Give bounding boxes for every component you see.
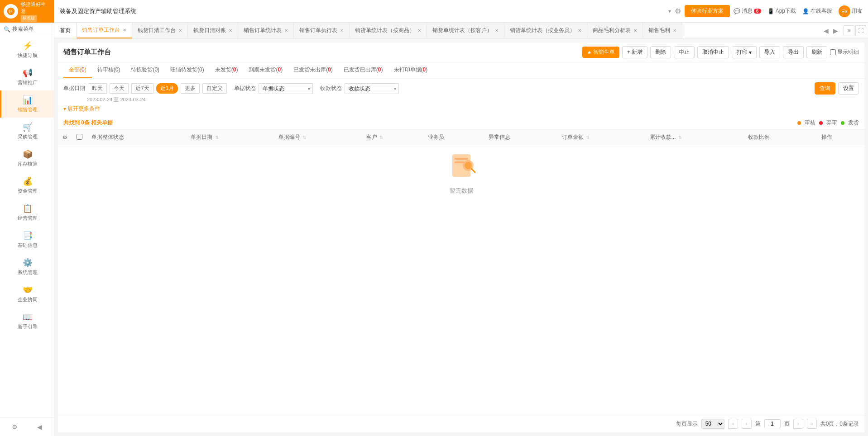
prev-page-btn[interactable]: ‹ (742, 419, 752, 429)
tab-sales-order[interactable]: 销售订单工作台 ✕ (77, 23, 132, 38)
sidebar-item-finance[interactable]: 💰 资金管理 (0, 172, 54, 199)
next-page-btn[interactable]: › (793, 419, 803, 429)
tab-cash-reconcile[interactable]: 钱货日清对账 ✕ (188, 23, 238, 38)
tabs-scroll-right[interactable]: ▶ (831, 26, 840, 35)
tab-maximize[interactable]: ⛶ (855, 25, 866, 36)
sidebar-item-quick-nav[interactable]: ⚡ 快捷导航 (0, 36, 54, 63)
refresh-btn[interactable]: 刷新 (806, 46, 827, 58)
tab-sales-person-close[interactable]: ✕ (578, 28, 581, 33)
sidebar-item-basic-info[interactable]: 📑 基础信息 (0, 226, 54, 253)
tabs-scroll-left[interactable]: ◀ (822, 26, 830, 35)
sidebar-collapse-btn[interactable]: ◀ (35, 422, 44, 432)
sub-tab-shipped-out[interactable]: 已发货已出库(0) (338, 62, 388, 78)
import-btn[interactable]: 导入 (759, 46, 780, 58)
online-service-btn[interactable]: 👤 在线客服 (802, 7, 832, 15)
tab-sales-stats-close[interactable]: ✕ (284, 28, 288, 33)
sales-icon: 📊 (23, 95, 33, 105)
sidebar-settings-btn[interactable]: ⚙ (10, 422, 19, 432)
sub-tab-unshipped[interactable]: 未发货(0) (210, 62, 244, 78)
tab-close-all[interactable]: ✕ (844, 25, 854, 36)
first-page-btn[interactable]: « (728, 419, 738, 429)
cancel-stop-btn[interactable]: 取消中止 (697, 46, 729, 58)
page-input[interactable] (764, 419, 781, 428)
date-custom-btn[interactable]: 自定义 (202, 83, 227, 94)
query-btn[interactable]: 查询 (815, 82, 835, 95)
topbar-right: 💬 消息 6 📱 App下载 👤 在线客服 Ea 用友 (734, 5, 863, 17)
date-today-btn[interactable]: 今天 (110, 83, 129, 94)
tab-sales-profit[interactable]: 销售毛利 ✕ (643, 23, 682, 38)
sidebar-item-guide[interactable]: 📖 新手引导 (0, 308, 54, 335)
sidebar-item-purchase[interactable]: 🛒 采购管理 (0, 118, 54, 145)
print-dropdown-icon: ▾ (749, 49, 752, 56)
tab-sales-exec-close[interactable]: ✕ (340, 28, 344, 33)
message-btn[interactable]: 💬 消息 6 (734, 7, 761, 15)
tab-sales-customer[interactable]: 销货单统计表（按客户） ✕ (427, 23, 504, 38)
ship-action-btn[interactable]: 发货 (848, 119, 859, 127)
th-customer[interactable]: 客户 ⇅ (362, 130, 424, 145)
th-collected[interactable]: 累计收款... ⇅ (645, 130, 744, 145)
table-config-col[interactable]: ⚙ (58, 130, 72, 145)
date-more-btn[interactable]: 更多 (181, 83, 200, 94)
cancel-review-action-btn[interactable]: 弃审 (826, 119, 837, 127)
search-menu[interactable]: 🔍 搜索菜单 (0, 23, 54, 36)
th-date[interactable]: 单据日期 ⇅ (186, 130, 274, 145)
tab-cash-daily[interactable]: 钱货日清工作台 ✕ (132, 23, 188, 38)
per-page-select[interactable]: 50 10 20 100 (701, 419, 724, 429)
tab-margin-close[interactable]: ✕ (633, 28, 637, 33)
sub-tab-shipped-not-out[interactable]: 已发货未出库(0) (288, 62, 338, 78)
expand-filter-btn[interactable]: ▾ 展开更多条件 (63, 105, 859, 113)
date-yesterday-btn[interactable]: 昨天 (88, 83, 107, 94)
search-icon: 🔍 (4, 26, 10, 33)
sub-tab-wangpu-ship[interactable]: 旺铺待发货(0) (165, 62, 210, 78)
delete-btn[interactable]: 删除 (650, 46, 671, 58)
tab-cash-daily-close[interactable]: ✕ (178, 28, 182, 33)
table-scroll-area[interactable]: ⚙ 单据整体状态 单据日期 ⇅ (58, 130, 864, 415)
th-amount[interactable]: 订单金额 ⇅ (557, 130, 645, 145)
sub-tabs: 全部(0) 待审核(0) 待拣验货(0) 旺铺待发货(0) 未发货(0) 到期未… (58, 62, 864, 79)
date-7days-btn[interactable]: 近7天 (131, 83, 153, 94)
tab-sales-exec[interactable]: 销售订单执行表 ✕ (294, 23, 350, 38)
sidebar-item-sales[interactable]: 📊 销售管理 (0, 90, 54, 118)
tab-sales-person[interactable]: 销货单统计表（按业务员） ✕ (504, 23, 587, 38)
app-download-btn[interactable]: 📱 App下载 (767, 7, 796, 15)
tab-cash-reconcile-close[interactable]: ✕ (229, 28, 232, 33)
tab-sales-product-close[interactable]: ✕ (417, 28, 421, 33)
user-menu[interactable]: Ea 用友 (839, 5, 863, 17)
show-detail-checkbox[interactable] (830, 49, 836, 55)
show-detail-label[interactable]: 显示明细 (830, 48, 859, 56)
select-all-checkbox[interactable] (77, 134, 82, 140)
last-page-btn[interactable]: » (807, 419, 817, 429)
settings-btn[interactable]: 设置 (838, 82, 859, 95)
sidebar-item-system[interactable]: ⚙️ 系统管理 (0, 253, 54, 280)
sidebar-item-marketing[interactable]: 📢 营销推广 (0, 63, 54, 90)
tab-home[interactable]: 首页 (54, 23, 77, 38)
tab-sales-product[interactable]: 销货单统计表（按商品） ✕ (350, 23, 427, 38)
add-btn[interactable]: + 新增 (622, 46, 647, 58)
tab-sales-order-close[interactable]: ✕ (123, 28, 126, 33)
sub-tab-overdue-unshipped[interactable]: 到期未发货(0) (243, 62, 288, 78)
sidebar-item-inventory[interactable]: 📦 库存核算 (0, 145, 54, 172)
date-filter-label: 单据日期 (63, 85, 85, 92)
payment-select[interactable]: 收款状态 (345, 83, 399, 94)
tab-sales-profit-close[interactable]: ✕ (673, 28, 676, 33)
review-action-btn[interactable]: 审核 (805, 119, 815, 127)
sidebar-item-enterprise[interactable]: 🤝 企业协同 (0, 280, 54, 308)
date-1month-btn[interactable]: 近1月 (156, 83, 178, 94)
sub-tab-unprinted[interactable]: 未打印单据(0) (388, 62, 433, 78)
th-number[interactable]: 单据编号 ⇅ (274, 130, 362, 145)
status-select[interactable]: 单据状态 (259, 83, 313, 94)
sidebar-item-operations[interactable]: 📋 经营管理 (0, 199, 54, 226)
tab-sales-customer-close[interactable]: ✕ (495, 28, 499, 33)
settings-gear-icon[interactable]: ⚙ (675, 7, 681, 15)
sub-tab-all[interactable]: 全部(0) (63, 62, 92, 78)
system-title-dropdown[interactable]: ▾ (668, 8, 671, 14)
print-btn[interactable]: 打印 ▾ (732, 46, 757, 58)
sub-tab-pending-review[interactable]: 待审核(0) (92, 62, 126, 78)
smart-create-btn[interactable]: ★ 智能生单 (582, 47, 619, 58)
tab-sales-stats[interactable]: 销售订单统计表 ✕ (238, 23, 294, 38)
export-btn[interactable]: 导出 (783, 46, 804, 58)
tab-margin[interactable]: 商品毛利分析表 ✕ (587, 23, 643, 38)
solution-btn[interactable]: 体验行业方案 (685, 5, 730, 17)
stop-btn[interactable]: 中止 (674, 46, 695, 58)
sub-tab-pending-inspect[interactable]: 待拣验货(0) (125, 62, 165, 78)
